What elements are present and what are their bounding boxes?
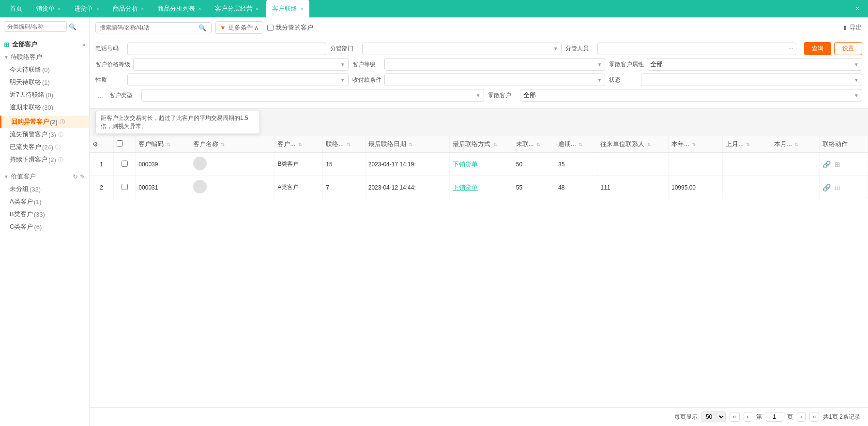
settings-button[interactable]: 设置 [834,42,862,55]
price-level-select[interactable]: ▼ [133,58,349,71]
sidebar-group-pending-title[interactable]: ▼ 待联络客户 [0,51,89,63]
row-2-check[interactable] [114,176,136,199]
sort-this-month-icon[interactable]: ⇅ [794,142,798,147]
nav-home[interactable]: 首页 [4,0,28,17]
sidebar-collapse-icon[interactable]: « [82,42,85,47]
sidebar-item-churned[interactable]: 已流失客户(24) ⓘ [0,141,89,153]
sidebar-item-class-c[interactable]: C类客户(6) [0,220,89,233]
query-button[interactable]: 查询 [804,42,831,55]
row-1-code: 000039 [136,153,190,176]
edit-icon[interactable]: ✎ [80,173,85,180]
nav-product-list[interactable]: 商品分析列表 × [152,0,207,17]
last-page-button[interactable]: » [809,412,820,422]
col-header-checkbox[interactable] [114,136,136,153]
refresh-icon[interactable]: ↻ [73,173,78,180]
data-table: ⚙ 客户编码 ⇅ 客户名称 ⇅ [90,136,868,199]
sidebar-item-abnormal-repurchase[interactable]: 回购异常客户(2) ⓘ [0,116,89,128]
close-all-button[interactable]: × [851,2,864,15]
export-button[interactable]: ⬆ 导出 [842,23,862,32]
sort-method-icon[interactable]: ⇅ [493,142,497,147]
row-2-link-icon[interactable]: 🔗 [822,184,831,191]
row-1-avatar [193,157,207,170]
dept-select[interactable]: ▼ [362,43,561,55]
sidebar-search-icon[interactable]: 🔍 [69,23,76,30]
status-select[interactable]: ▼ [641,73,862,86]
sidebar-group-value-title[interactable]: ▼ 价值客户 ↻ ✎ [0,170,89,183]
close-product-analysis-icon[interactable]: × [141,6,144,12]
retail-customer-select[interactable]: 全部 ▼ [520,89,862,102]
retail-attr-select[interactable]: 全部 ▼ [647,58,862,71]
sort-code-icon[interactable]: ⇅ [167,142,170,147]
sort-overdue-icon[interactable]: ⇅ [579,142,582,147]
row-1-check[interactable] [114,153,136,176]
payment-select[interactable]: ▼ [384,73,606,86]
close-product-list-icon[interactable]: × [198,6,201,12]
close-purchase-icon[interactable]: × [96,6,99,12]
row-2-method-link[interactable]: 下销货单 [453,184,478,191]
sort-year-icon[interactable]: ⇅ [692,142,696,147]
row-1-overdue: 35 [555,153,597,176]
sidebar-item-today[interactable]: 今天待联络(0) [0,63,89,76]
sidebar-item-churn-warning[interactable]: 流失预警客户(3) ⓘ [0,128,89,141]
sidebar-item-declining[interactable]: 持续下滑客户(2) ⓘ [0,153,89,166]
search-icon[interactable]: 🔍 [198,24,206,31]
person-select[interactable]: ··· [597,43,796,55]
payment-arrow-icon: ▼ [597,77,602,83]
sidebar-item-7days[interactable]: 近7天待联络(0) [0,88,89,101]
sort-unread-icon[interactable]: ⇅ [536,142,540,147]
nav-purchase[interactable]: 进货单 × [68,0,105,17]
sort-type-icon[interactable]: ⇅ [298,142,302,147]
row-1-method[interactable]: 下销货单 [450,153,513,176]
close-sales-icon[interactable]: × [58,6,61,12]
col-header-settings[interactable]: ⚙ [90,136,114,153]
row-1-checkbox[interactable] [122,161,128,167]
sort-person-icon[interactable]: ⇅ [647,142,651,147]
close-customer-tier-icon[interactable]: × [256,6,259,12]
info-icon-churned: ⓘ [55,144,61,151]
filter-row-3: 性质 ▼ 收付款条件 ▼ 状态 [95,73,862,86]
page-input[interactable] [766,412,783,422]
row-1-link-icon[interactable]: 🔗 [822,161,831,168]
sort-contact-icon[interactable]: ⇅ [347,142,350,147]
gender-select[interactable]: ▼ [127,73,349,86]
row-2-checkbox[interactable] [122,184,128,190]
my-customer-checkbox[interactable] [267,25,274,31]
sort-last-month-icon[interactable]: ⇅ [746,142,750,147]
more-filter-button[interactable]: ▼ 更多条件 ∧ [215,21,263,34]
sort-name-icon[interactable]: ⇅ [221,142,225,147]
customer-type-select[interactable]: ▼ [141,89,484,102]
next-page-button[interactable]: › [797,412,806,422]
more-dots[interactable]: ... [95,91,106,100]
row-1-contact: 15 [323,153,365,176]
filter-panel: 电话号码 分管部门 ▼ 分管人员 ··· [90,38,868,109]
filter-phone: 电话号码 [95,43,326,55]
row-2-grid-icon[interactable]: ⊞ [835,184,840,191]
sidebar-item-overdue-contact[interactable]: 逾期未联络(30) [0,101,89,114]
phone-input[interactable] [127,43,326,55]
close-customer-contact-icon[interactable]: × [300,6,303,12]
row-1-grid-icon[interactable]: ⊞ [835,161,840,168]
row-2-method[interactable]: 下销货单 [450,176,513,199]
first-page-button[interactable]: « [730,412,740,422]
info-icon-abnormal: ⓘ [60,118,65,126]
nav-product-analysis[interactable]: 商品分析 × [107,0,150,17]
per-page-select[interactable]: 50 100 200 [701,411,726,422]
select-all-checkbox[interactable] [117,140,123,147]
customer-level-select[interactable]: ▼ [384,58,606,71]
sidebar-item-tomorrow[interactable]: 明天待联络(1) [0,76,89,88]
row-2-overdue: 48 [555,176,597,199]
sort-date-icon[interactable]: ⇅ [409,142,412,147]
prev-page-button[interactable]: ‹ [744,412,752,422]
search-input[interactable] [100,24,197,31]
nav-customer-contact[interactable]: 客户联络 × [266,0,309,17]
sidebar-search-input[interactable] [4,21,67,32]
sidebar-all-customers[interactable]: ⊞ 全部客户 « [0,36,89,51]
nav-customer-tier[interactable]: 客户分层经营 × [209,0,264,17]
sidebar-item-class-a[interactable]: A类客户(1) [0,195,89,208]
row-1-method-link[interactable]: 下销货单 [453,161,478,168]
nav-sales[interactable]: 销货单 × [30,0,66,17]
retail-customer-arrow-icon: ▼ [854,93,859,98]
sidebar-item-ungrouped[interactable]: 未分组(32) [0,183,89,195]
row-2-unread: 55 [513,176,555,199]
sidebar-item-class-b[interactable]: B类客户(33) [0,208,89,220]
